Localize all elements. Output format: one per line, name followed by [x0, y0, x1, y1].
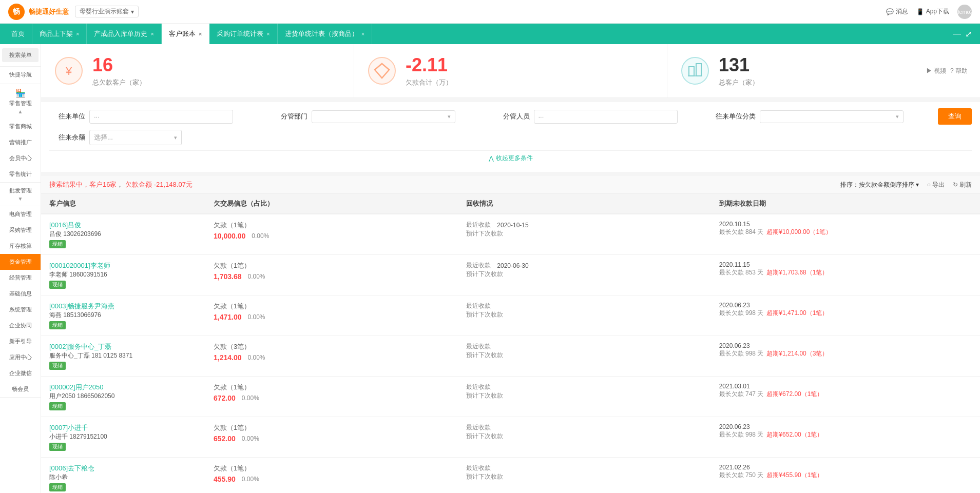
status-badge: 现销	[49, 483, 66, 491]
logo-text: 畅捷通好生意	[29, 7, 69, 16]
sidebar-item-app-center[interactable]: 应用中心	[0, 349, 41, 365]
sidebar-item-system[interactable]: 系统管理	[0, 302, 41, 318]
overdue-row: 最长欠款 853 天 超期¥1,703.68（1笔）	[719, 268, 972, 277]
message-label: 消息	[896, 7, 908, 16]
avatar[interactable]: demo2	[957, 5, 972, 19]
due-date: 2020.06.23	[719, 302, 972, 309]
logo-icon: 畅	[8, 4, 25, 20]
sidebar-item-finance[interactable]: 资金管理	[0, 254, 41, 270]
department-select[interactable]: ▾	[312, 110, 455, 123]
search-menu-btn[interactable]: 搜索菜单	[2, 48, 39, 62]
sidebar-item-ecom-mgmt[interactable]: 电商管理	[0, 206, 41, 222]
tab-product-shelf-close[interactable]: ×	[76, 31, 79, 37]
card1-number: 16	[92, 54, 341, 76]
sidebar-item-retail-mall[interactable]: 零售商城	[0, 119, 41, 134]
tab-product-shelf[interactable]: 商品上下架 ×	[32, 24, 87, 44]
overdue-text[interactable]: 超期¥1,214.00（3笔）	[766, 349, 828, 358]
customer-code[interactable]: [0006]去下粮仓	[49, 464, 214, 473]
sidebar: 搜索菜单 快捷导航 🏪 零售管理 ▲ 零售商城 营销推广 会员中心 零售统计	[0, 44, 41, 493]
debt-amount[interactable]: 1,471.00	[214, 313, 242, 321]
balance-select[interactable]: 选择... ▾	[89, 130, 182, 145]
refresh-icon: ↻	[953, 181, 958, 188]
tab-product-history-close[interactable]: ×	[150, 31, 153, 37]
app-download-btn[interactable]: 📱 App下载	[916, 7, 949, 16]
tab-purchase-stats-close[interactable]: ×	[361, 31, 364, 37]
debt-info-col: 欠款（1笔） 672.00 0.00%	[214, 383, 466, 410]
manager-input[interactable]: ···	[534, 110, 678, 124]
overdue-row: 最长欠款 747 天 超期¥672.00（1笔）	[719, 390, 972, 399]
source-unit-input[interactable]: ···	[89, 110, 233, 124]
customer-code[interactable]: [0007]小进千	[49, 423, 214, 432]
debt-amount[interactable]: 672.00	[214, 394, 236, 402]
debt-amount[interactable]: 455.90	[214, 475, 236, 483]
help-btn[interactable]: ? 帮助	[950, 67, 968, 75]
sidebar-item-enterprise-collab[interactable]: 企业协同	[0, 318, 41, 333]
unit-category-select[interactable]: ▾	[760, 110, 904, 123]
sidebar-item-enterprise-wechat[interactable]: 企业微信	[0, 365, 41, 381]
sidebar-item-marketing[interactable]: 营销推广	[0, 134, 41, 150]
customer-code[interactable]: [000002]用户2050	[49, 383, 214, 392]
collapse-filters-btn[interactable]: ⋀ 收起更多条件	[49, 151, 972, 166]
video-btn[interactable]: ▶ 视频	[926, 67, 946, 75]
overdue-text[interactable]: 超期¥652.00（1笔）	[766, 430, 823, 439]
next-payment-label: 预计下次收款	[466, 270, 719, 279]
customer-code[interactable]: [0016]吕俊	[49, 221, 214, 230]
tab-purchase-stats[interactable]: 进货单统计表（按商品） ×	[278, 24, 372, 44]
search-button[interactable]: 查询	[938, 108, 972, 125]
overdue-days: 最长欠款 750 天	[719, 471, 764, 480]
overdue-row: 最长欠款 998 天 超期¥652.00（1笔）	[719, 430, 972, 439]
status-badge: 现销	[49, 443, 66, 451]
sidebar-item-member-center[interactable]: 会员中心	[0, 150, 41, 166]
sidebar-item-basic-info[interactable]: 基础信息	[0, 286, 41, 302]
due-date-col: 2020.06.23 最长欠款 998 天 超期¥1,471.00（1笔）	[719, 302, 972, 329]
quick-nav-btn[interactable]: 快捷导航	[0, 67, 41, 84]
debt-amount[interactable]: 1,703.68	[214, 272, 242, 281]
due-date-col: 2021.02.26 最长欠款 750 天 超期¥455.90（1笔）	[719, 464, 972, 491]
results-actions: 排序：按欠款金额倒序排序 ▾ ○ 导出 ↻ 刷新	[840, 181, 972, 189]
debt-amount[interactable]: 1,214.00	[214, 353, 242, 362]
sidebar-item-retail-mall-label: 零售商城	[9, 123, 32, 130]
industry-selector[interactable]: 母婴行业演示账套 ▾	[75, 6, 139, 17]
customer-code[interactable]: [0003]畅捷服务尹海燕	[49, 302, 214, 311]
sidebar-item-retail-mgmt[interactable]: 🏪 零售管理 ▲	[0, 84, 41, 119]
overdue-text[interactable]: 超期¥10,000.00（1笔）	[766, 228, 832, 236]
tab-purchase-order[interactable]: 采购订单统计表 ×	[209, 24, 277, 44]
tab-home[interactable]: 首页	[4, 24, 32, 44]
debt-amount[interactable]: 10,000.00	[214, 232, 245, 240]
debt-amount[interactable]: 652.00	[214, 435, 236, 443]
debt-count: 欠款（1笔）	[214, 383, 466, 392]
tab-customer-account-close[interactable]: ×	[199, 31, 202, 37]
sidebar-item-purchase-mgmt[interactable]: 采购管理	[0, 222, 41, 238]
sidebar-item-batch-mgmt[interactable]: 批发管理 ▼	[0, 183, 41, 206]
overdue-text[interactable]: 超期¥1,703.68（1笔）	[766, 268, 828, 277]
tab-product-history[interactable]: 产成品入库单历史 ×	[87, 24, 161, 44]
debt-ratio: 0.00%	[242, 476, 259, 483]
debt-info-col: 欠款（1笔） 1,471.00 0.00%	[214, 302, 466, 329]
refresh-btn[interactable]: ↻ 刷新	[953, 181, 972, 189]
sidebar-item-inventory[interactable]: 库存核算	[0, 238, 41, 254]
message-btn[interactable]: 💬 消息	[886, 7, 908, 16]
tab-customer-account[interactable]: 客户账本 ×	[162, 24, 209, 44]
manager-dots: ···	[539, 113, 544, 121]
overdue-text[interactable]: 超期¥455.90（1笔）	[766, 471, 823, 480]
customer-code[interactable]: [0002]服务中心_丁磊	[49, 342, 214, 351]
overdue-text[interactable]: 超期¥672.00（1笔）	[766, 390, 823, 399]
sidebar-item-retail-stats[interactable]: 零售统计	[0, 166, 41, 182]
sidebar-item-ops[interactable]: 经营管理	[0, 270, 41, 286]
tab-expand-icon[interactable]: ⤢	[965, 29, 972, 39]
sidebar-item-purchase-label: 采购管理	[9, 226, 32, 234]
sidebar-item-member-vip[interactable]: 畅会员	[0, 381, 41, 397]
overdue-row: 最长欠款 884 天 超期¥10,000.00（1笔）	[719, 228, 972, 236]
chevron-down-icon: ▼	[18, 196, 23, 202]
export-btn[interactable]: ○ 导出	[927, 181, 945, 189]
header-due-date: 到期未收款日期	[719, 199, 972, 208]
card2-label: 欠款合计（万）	[406, 78, 655, 87]
table-header: 客户信息 欠交易信息（占比） 回收情况 到期未收款日期	[41, 194, 980, 214]
sort-btn[interactable]: 排序：按欠款金额倒序排序 ▾	[840, 181, 919, 189]
tab-collapse-icon[interactable]: —	[953, 29, 961, 38]
last-payment-label: 最近收款	[466, 221, 491, 229]
sidebar-item-new-guide[interactable]: 新手引导	[0, 333, 41, 349]
tab-purchase-order-close[interactable]: ×	[266, 31, 270, 37]
customer-code[interactable]: [0001020001]李老师	[49, 261, 214, 270]
overdue-text[interactable]: 超期¥1,471.00（1笔）	[766, 309, 828, 318]
